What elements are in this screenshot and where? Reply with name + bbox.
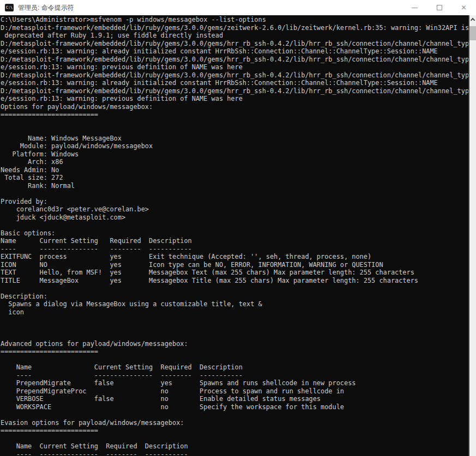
chevron-up-icon [471, 18, 475, 22]
terminal-line: EXITFUNC process yes Exit technique (Acc… [1, 253, 468, 261]
window-content: C:\Users\Administrator>msfvenom -p windo… [0, 15, 476, 456]
terminal-line [1, 435, 468, 443]
terminal-line: Name: Windows MessageBox [1, 135, 468, 143]
terminal-line [1, 221, 468, 229]
terminal-line: ---- --------------- -------- ----------… [1, 372, 468, 380]
terminal-line: Rank: Normal [1, 182, 468, 190]
window-title: 管理员: 命令提示符 [18, 3, 74, 13]
cmd-icon: C:\ [5, 4, 14, 11]
terminal-line: TEXT Hello, from MSF! yes Messagebox Tex… [1, 269, 468, 277]
terminal-line: WORKSPACE no Specify the workspace for t… [1, 403, 468, 411]
terminal-line: Options for payload/windows/messagebox: [1, 103, 468, 111]
cmd-icon-label: C:\ [6, 5, 13, 10]
terminal-line: Advanced options for payload/windows/mes… [1, 340, 468, 348]
caption-buttons: ✕ [402, 0, 476, 15]
terminal-line [1, 332, 468, 340]
terminal-line: e/session.rb:13: warning: already initia… [1, 47, 468, 56]
terminal-line: C:\Users\Administrator>msfvenom -p windo… [1, 16, 468, 24]
terminal-line [1, 119, 468, 127]
terminal-line: Needs Admin: No [1, 166, 468, 174]
maximize-button[interactable] [427, 0, 451, 15]
terminal-line [1, 190, 468, 198]
terminal-line: Module: payload/windows/messagebox [1, 142, 468, 150]
terminal-line [1, 356, 468, 364]
terminal-line: Name Current Setting Required Descriptio… [1, 363, 468, 372]
minimize-icon [412, 8, 418, 8]
terminal-line: PrependMigrate false yes Spawns and runs… [1, 379, 468, 387]
terminal-line: VERBOSE false no Enable detailed status … [1, 395, 468, 403]
terminal-line: jduck <jduck@metasploit.com> [1, 214, 468, 222]
terminal-line: Provided by: [1, 198, 468, 206]
terminal-line [1, 411, 468, 419]
minimize-button[interactable] [402, 0, 427, 15]
terminal-line: Platform: Windows [1, 150, 468, 159]
command-prompt-window: C:\ 管理员: 命令提示符 ✕ C:\Users\Administrator>… [0, 0, 476, 456]
terminal-line: ICON NO yes Icon type can be NO, ERROR, … [1, 261, 468, 269]
terminal-line: D:/metasploit-framework/embedded/lib/rub… [1, 87, 468, 95]
scrollbar[interactable] [468, 15, 476, 456]
terminal-line: Description: [1, 293, 468, 301]
terminal-line: ========================= [1, 348, 468, 356]
terminal-line [1, 284, 468, 293]
terminal-line: ---- --------------- -------- ----------… [1, 451, 468, 456]
maximize-icon [437, 5, 442, 10]
terminal-line: e/session.rb:13: warning: previous defin… [1, 63, 468, 71]
terminal-line [1, 126, 468, 135]
terminal-line: Total size: 272 [1, 174, 468, 182]
terminal-line: ---- --------------- -------- ----------… [1, 245, 468, 253]
terminal-line [1, 316, 468, 324]
close-button[interactable]: ✕ [451, 0, 476, 15]
terminal-line: PrependMigrateProc no Process to spawn a… [1, 387, 468, 396]
terminal-line: D:/metasploit-framework/embedded/lib/rub… [1, 24, 468, 32]
terminal-line: Name Current Setting Required Descriptio… [1, 237, 468, 245]
terminal-line: ========================= [1, 111, 468, 119]
terminal-line: e/session.rb:13: warning: already initia… [1, 79, 468, 87]
terminal-line: Evasion options for payload/windows/mess… [1, 419, 468, 427]
scrollbar-thumb[interactable] [469, 26, 476, 40]
title-bar[interactable]: C:\ 管理员: 命令提示符 ✕ [0, 0, 476, 15]
terminal-line: D:/metasploit-framework/embedded/lib/rub… [1, 40, 468, 48]
terminal-output[interactable]: C:\Users\Administrator>msfvenom -p windo… [0, 15, 468, 456]
terminal-line: D:/metasploit-framework/embedded/lib/rub… [1, 71, 468, 80]
terminal-line: e/session.rb:13: warning: previous defin… [1, 95, 468, 103]
title-bar-left: C:\ 管理员: 命令提示符 [0, 0, 74, 15]
terminal-line: Basic options: [1, 229, 468, 238]
terminal-line: Arch: x86 [1, 158, 468, 166]
terminal-line: icon [1, 308, 468, 317]
terminal-line [1, 324, 468, 332]
terminal-line: Spawns a dialog via MessageBox using a c… [1, 300, 468, 308]
close-icon: ✕ [461, 4, 466, 11]
terminal-line: ========================= [1, 427, 468, 435]
terminal-line: D:/metasploit-framework/embedded/lib/rub… [1, 56, 468, 64]
terminal-line: corelanc0d3r <peter.ve@corelan.be> [1, 205, 468, 214]
terminal-line: TITLE MessageBox yes Messagebox Title (m… [1, 277, 468, 285]
terminal-line: Name Current Setting Required Descriptio… [1, 442, 468, 451]
scrollbar-up-button[interactable] [469, 15, 476, 25]
terminal-line: deprecated after Ruby 1.9.1; use fiddle … [1, 32, 468, 40]
